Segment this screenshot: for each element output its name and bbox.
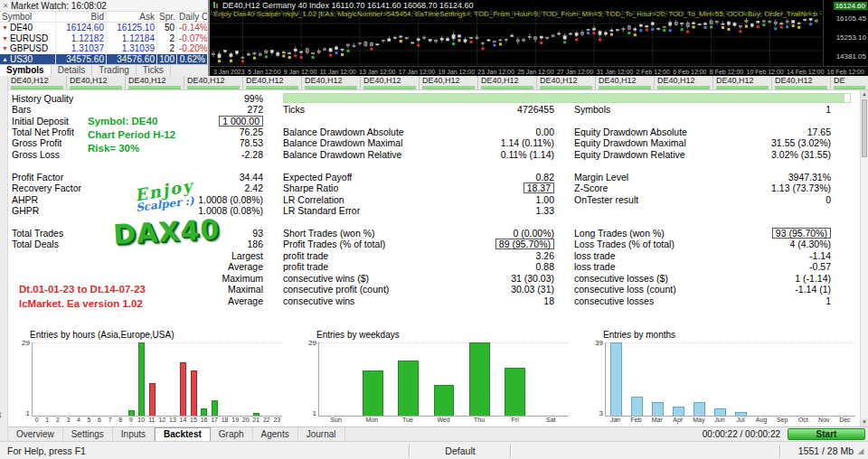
bar-column <box>251 342 262 416</box>
tester-tab-journal[interactable]: Journal <box>298 427 345 441</box>
scrollbar-thumb[interactable] <box>862 99 867 157</box>
report-value: 93 <box>252 228 263 239</box>
tester-tab-inputs[interactable]: Inputs <box>113 427 155 441</box>
x-label: Jan <box>605 417 626 426</box>
agent-progress-fill <box>364 87 415 89</box>
agent-tab-label: DE40,H12 <box>363 77 416 85</box>
bar-column <box>772 342 793 416</box>
tester-tab-backtest[interactable]: Backtest <box>155 427 211 441</box>
scroll-up-icon[interactable]: ▲ <box>861 90 868 98</box>
report-value: -1.14 <box>809 250 831 261</box>
market-watch-panel: ✕ Market Watch: 16:08:02 SymbolBidAskSpr… <box>0 0 210 76</box>
agent-tab-label: DE40,H12 <box>187 77 240 85</box>
column-header-1[interactable]: Bid <box>56 12 107 22</box>
bar-Jan <box>610 342 622 416</box>
tab-symbols[interactable]: Symbols <box>0 65 52 76</box>
x-label: Jul <box>730 417 750 426</box>
symbol-cell: ▼GBPUSD <box>0 43 56 54</box>
start-button[interactable]: Start <box>788 428 865 440</box>
report-value: 1 <box>826 295 831 306</box>
agent-progress-fill <box>658 87 709 89</box>
agent-tab-12[interactable]: DE40,H12 <box>713 76 772 89</box>
column-header-4[interactable]: Daily C... <box>177 12 208 22</box>
price-scale: 16124.60 16105.4515253.1014381.05 <box>823 0 868 66</box>
vertical-scrollbar[interactable]: ▲ ▼ <box>860 90 868 426</box>
agent-tab-1[interactable]: DE40,H12 <box>67 76 126 89</box>
bid-cell: 1.12182 <box>56 33 107 44</box>
agent-tab-8[interactable]: DE40,H12 <box>478 76 537 89</box>
time-axis-label: 5 Jan 12:00 <box>248 69 281 75</box>
tester-tab-agents[interactable]: Agents <box>253 427 298 441</box>
agent-tab-14[interactable]: DE <box>831 76 868 89</box>
bar-column <box>43 342 54 416</box>
bar-column <box>189 342 200 416</box>
bar-column <box>793 342 814 416</box>
tester-tabs-row: OverviewSettingsInputsBacktestGraphAgent… <box>8 426 868 441</box>
history-quality-fill <box>284 94 844 102</box>
history-quality-value: 99% <box>244 93 263 104</box>
x-label: Apr <box>667 417 688 426</box>
bar-column <box>157 342 168 416</box>
report-label: loss trade <box>574 250 616 261</box>
agent-tab-0[interactable]: DE40,H12 <box>8 76 67 89</box>
market-row-US30[interactable]: ▲US3034575.6034576.601000.62% <box>0 54 208 65</box>
report-label: Profit Factor <box>12 172 63 183</box>
agent-tab-10[interactable]: DE40,H12 <box>596 76 655 89</box>
market-row-EURUSD[interactable]: ▼EURUSD1.121821.121842-0.07% <box>0 33 208 44</box>
bar-Feb <box>631 397 643 416</box>
bar-column <box>627 342 647 416</box>
agent-tab-5[interactable]: DE40,H12 <box>302 76 361 89</box>
report-label: Equity Drawdown Maximal <box>574 137 686 148</box>
x-label: 19 <box>230 417 241 426</box>
agent-tab-2[interactable]: DE40,H12 <box>126 76 184 89</box>
agent-tab-7[interactable]: DE40,H12 <box>420 76 478 89</box>
column-header-2[interactable]: Ask <box>107 12 157 22</box>
status-profile[interactable]: Default <box>410 445 510 456</box>
report-value: 0.00 <box>536 126 554 137</box>
market-watch-columns: SymbolBidAskSpr...Daily C... <box>0 12 208 23</box>
tab-details[interactable]: Details <box>52 65 93 76</box>
ea-comment: Enjoy Dax40 Scalper mqlv_1.02 [EAs; Magi… <box>213 10 817 18</box>
agent-tab-label: DE40,H12 <box>422 77 475 85</box>
agent-tab-13[interactable]: DE40,H12 <box>772 76 831 89</box>
agent-tab-6[interactable]: DE40,H12 <box>361 76 420 89</box>
bar-16 <box>201 408 207 416</box>
logo-dax40-text: DAX40 <box>98 212 235 251</box>
agent-tab-label: DE40,H12 <box>11 77 63 85</box>
tab-ticks[interactable]: Ticks <box>137 65 171 76</box>
column-header-0[interactable]: Symbol <box>0 12 56 22</box>
resize-grip-icon[interactable]: ◢ <box>854 446 868 455</box>
tab-trading[interactable]: Trading <box>92 65 137 76</box>
scroll-down-icon[interactable]: ▼ <box>861 418 868 426</box>
report-value: 30.03 (31) <box>511 284 554 295</box>
status-memory: 1551 / 28 Mb <box>781 445 854 456</box>
chart-panel[interactable]: DE40,H12 Germany 40 Index 16110.70 16141… <box>210 0 868 76</box>
report-label: Total Deals <box>12 239 59 249</box>
agent-tab-label: DE40,H12 <box>246 77 298 85</box>
report-cell: loss trade-1.14 <box>574 250 851 261</box>
report-cell: Loss Trades (% of total)4 (4.30%) <box>574 239 851 249</box>
market-row-DE40[interactable]: ▼DE4016124.6016125.1050-0.14% <box>0 23 208 33</box>
agent-progress-bar <box>128 86 181 89</box>
report-value: 0.11% (1.14) <box>501 149 554 160</box>
agent-tab-9[interactable]: DE40,H12 <box>537 76 596 89</box>
close-icon[interactable]: ✕ <box>0 0 11 12</box>
agent-tab-4[interactable]: DE40,H12 <box>243 76 302 89</box>
report-label: consecutive wins ($) <box>283 273 369 284</box>
agent-progress-fill <box>835 87 864 89</box>
bar-column <box>127 342 137 416</box>
tester-tab-overview[interactable]: Overview <box>8 427 63 441</box>
bar-10 <box>138 342 145 416</box>
tester-tab-graph[interactable]: Graph <box>211 427 253 441</box>
market-row-GBPUSD[interactable]: ▼GBPUSD1.310371.310392-0.20% <box>0 43 208 54</box>
agent-tab-3[interactable]: DE40,H12 <box>184 76 243 89</box>
column-header-3[interactable]: Spr... <box>157 12 177 22</box>
bar-15 <box>191 370 197 416</box>
market-watch-header: ✕ Market Watch: 16:08:02 <box>0 0 208 12</box>
agent-tab-11[interactable]: DE40,H12 <box>655 76 713 89</box>
x-label: Nov <box>814 417 835 426</box>
report-cell: LR Standard Error1.33 <box>283 205 574 216</box>
time-axis-label: 16 Feb 12:00 <box>827 69 864 75</box>
agent-progress-fill <box>599 87 650 89</box>
tester-tab-settings[interactable]: Settings <box>63 427 113 441</box>
